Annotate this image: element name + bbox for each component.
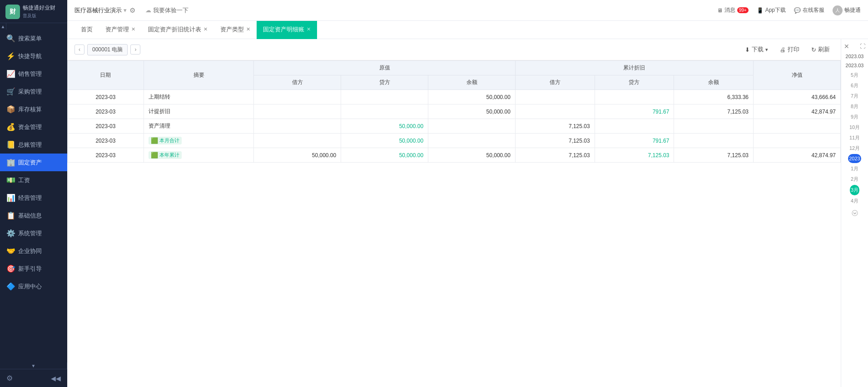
timeline-down-btn[interactable] — [841, 208, 868, 219]
tab-asset-type[interactable]: 资产类型 ✕ — [214, 21, 257, 39]
right-timeline-panel: ✕ ⛶ 2023.03 2023.03 5月6月7月8月9月10月11月12月 … — [841, 39, 868, 387]
sidebar-item-ledger[interactable]: 📒 总账管理 — [0, 136, 67, 154]
tab-home-label: 首页 — [81, 25, 93, 34]
timeline-month[interactable]: 2月 — [847, 174, 862, 184]
col-accum-debit: 借方 — [515, 75, 595, 90]
sidebar-scroll-top[interactable]: ▲ — [0, 23, 6, 30]
sidebar-item-search[interactable]: 🔍 搜索菜单 — [0, 30, 67, 47]
cell-accum-debit: 7,125.03 — [515, 148, 595, 163]
tab-home[interactable]: 首页 — [74, 21, 99, 39]
cell-orig-balance — [428, 119, 516, 134]
scroll-up-icon[interactable]: ▲ — [1, 24, 5, 29]
company-selector[interactable]: 医疗器械行业演示 ▾ — [74, 6, 127, 15]
col-orig-debit: 借方 — [254, 75, 341, 90]
print-btn[interactable]: 🖨 打印 — [776, 44, 803, 55]
tab-asset-detail[interactable]: 固定资产明细账 ✕ — [257, 21, 317, 39]
sidebar-item-apps[interactable]: 🔷 应用中心 — [0, 278, 67, 295]
timeline-month[interactable]: 8月 — [848, 101, 861, 112]
cell-accum-debit — [515, 104, 595, 119]
message-btn[interactable]: 🖥 消息 99+ — [717, 6, 749, 14]
timeline-month[interactable]: 12月 — [848, 143, 861, 154]
timeline-month[interactable]: 6月 — [848, 80, 861, 91]
sidebar-item-payroll[interactable]: 💵 工资 — [0, 171, 67, 189]
col-orig-balance: 余额 — [428, 75, 516, 90]
table-row: 2023-03 上期结转 50,000.00 6,333.36 43,666.6… — [68, 90, 841, 104]
sidebar-item-ops[interactable]: 📊 经营管理 — [0, 189, 67, 207]
timeline-month[interactable]: 1月 — [847, 164, 862, 174]
tab-depreciation-stats-close[interactable]: ✕ — [203, 26, 208, 32]
tab-asset-management-close[interactable]: ✕ — [131, 26, 135, 32]
app-download-label: App下载 — [765, 6, 786, 14]
cell-accum-credit: 7,125.03 — [595, 148, 674, 163]
app-download-btn[interactable]: 📱 App下载 — [757, 6, 786, 14]
sidebar-item-fixed-assets[interactable]: 🏢 固定资产 — [0, 154, 67, 171]
sidebar-item-fixed-assets-label: 固定资产 — [18, 159, 42, 167]
asset-toolbar: ‹ 000001 电脑 › ⬇ 下载 ▾ 🖨 打印 ↻ — [67, 39, 841, 60]
system-icon: ⚙️ — [6, 229, 15, 238]
sidebar-item-inventory-label: 库存核算 — [18, 105, 42, 114]
cell-accum-balance — [674, 119, 754, 134]
sidebar-item-collab[interactable]: 🤝 企业协同 — [0, 242, 67, 260]
sidebar-item-finance[interactable]: 💰 资金管理 — [0, 118, 67, 136]
timeline-month[interactable]: 5月 — [848, 70, 861, 80]
col-original-value: 原值 — [254, 61, 516, 75]
prev-asset-btn[interactable]: ‹ — [74, 45, 84, 55]
content-wrapper: ‹ 000001 电脑 › ⬇ 下载 ▾ 🖨 打印 ↻ — [67, 39, 868, 387]
cell-accum-credit — [595, 90, 674, 104]
timeline-month[interactable]: 10月 — [848, 122, 861, 133]
logo-subtitle: 普及版 — [23, 13, 55, 19]
message-badge: 99+ — [737, 7, 749, 13]
cell-orig-debit: 50,000.00 — [254, 148, 341, 163]
tab-asset-type-close[interactable]: ✕ — [246, 26, 250, 32]
sidebar-item-system[interactable]: ⚙️ 系统管理 — [0, 224, 67, 242]
sidebar-item-inventory[interactable]: 📦 库存核算 — [0, 100, 67, 118]
timeline-month[interactable]: 4月 — [847, 196, 862, 206]
tab-depreciation-stats-label: 固定资产折旧统计表 — [148, 25, 201, 34]
sidebar-item-sales[interactable]: 📈 销售管理 — [0, 65, 67, 83]
user-avatar-btn[interactable]: 人 畅捷通 — [833, 5, 861, 15]
timeline-month[interactable]: 3月 — [850, 185, 859, 195]
table-wrapper: 日期 摘要 原值 累计折旧 净值 借方 贷方 余额 借方 贷方 余额 — [67, 60, 841, 387]
app-download-icon: 📱 — [757, 7, 764, 14]
cell-orig-credit: 50,000.00 — [341, 134, 428, 148]
download-btn[interactable]: ⬇ 下载 ▾ — [741, 44, 772, 55]
sidebar-item-quick-nav[interactable]: ⚡ 快捷导航 — [0, 47, 67, 65]
cell-net-value — [754, 119, 841, 134]
feedback-label: 我要体验一下 — [153, 6, 188, 15]
sidebar-item-search-label: 搜索菜单 — [18, 35, 42, 43]
ops-icon: 📊 — [6, 194, 15, 202]
quick-nav-icon: ⚡ — [6, 52, 15, 60]
topbar-settings-icon[interactable]: ⚙ — [129, 6, 135, 15]
tab-depreciation-stats[interactable]: 固定资产折旧统计表 ✕ — [142, 21, 214, 39]
panel-expand-btn[interactable]: ⛶ — [860, 43, 865, 50]
settings-gear-icon[interactable]: ⚙ — [6, 374, 13, 382]
cell-summary: 🟩本年累计 — [144, 148, 253, 163]
cell-accum-balance: 6,333.36 — [674, 90, 754, 104]
tab-asset-detail-close[interactable]: ✕ — [307, 26, 311, 32]
cell-summary: 资产清理 — [144, 119, 253, 134]
panel-close-btn[interactable]: ✕ — [844, 43, 849, 50]
timeline-year-active[interactable]: 2023 — [848, 154, 861, 163]
company-name: 医疗器械行业演示 — [74, 6, 122, 15]
sidebar-scroll-bottom[interactable]: ▼ — [0, 362, 67, 369]
timeline-month[interactable]: 7月 — [848, 91, 861, 101]
sidebar: 财 畅捷通好业财 普及版 ▲ 🔍 搜索菜单 ⚡ 快捷导航 📈 销售管理 🛒 采购… — [0, 0, 67, 387]
online-service-btn[interactable]: 💬 在线客服 — [794, 6, 824, 14]
sidebar-item-purchase[interactable]: 🛒 采购管理 — [0, 83, 67, 100]
cell-orig-balance: 50,000.00 — [428, 90, 516, 104]
cell-accum-balance: 7,125.03 — [674, 104, 754, 119]
cell-net-value: 42,874.97 — [754, 104, 841, 119]
scroll-down-icon[interactable]: ▼ — [31, 363, 36, 368]
sidebar-collapse-icon[interactable]: ◀◀ — [51, 375, 61, 382]
feedback-btn[interactable]: ☁ 我要体验一下 — [145, 6, 188, 15]
timeline-month[interactable]: 9月 — [848, 112, 861, 122]
next-asset-btn[interactable]: › — [130, 45, 140, 55]
finance-icon: 💰 — [6, 123, 15, 131]
timeline-month[interactable]: 11月 — [848, 133, 861, 143]
refresh-btn[interactable]: ↻ 刷新 — [808, 44, 833, 55]
username-label: 畅捷通 — [844, 6, 861, 14]
cell-orig-debit — [254, 134, 341, 148]
sidebar-item-guide[interactable]: 🎯 新手引导 — [0, 260, 67, 278]
sidebar-item-basic[interactable]: 📋 基础信息 — [0, 207, 67, 224]
tab-asset-management[interactable]: 资产管理 ✕ — [99, 21, 142, 39]
